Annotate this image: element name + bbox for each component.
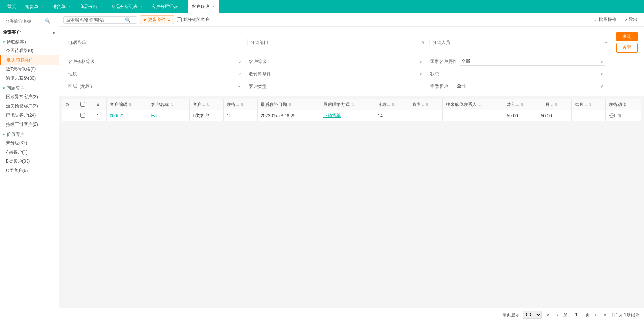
chevron-down-icon: ∨ <box>600 84 603 89</box>
filter-retail-select[interactable]: 全部 ∨ <box>455 82 605 90</box>
col-code[interactable]: 客户编码 ⇅ <box>106 99 148 110</box>
filter-action-btns: 查询 设置 <box>612 32 638 53</box>
filter-customer-type: 客户类型 <box>246 83 427 90</box>
chevron-down-icon: ∨ <box>600 59 603 64</box>
filter-status-select[interactable]: ∨ <box>455 70 605 77</box>
col-settings[interactable]: ⚙ <box>62 99 77 110</box>
col-last-month[interactable]: 上月... ⇅ <box>538 99 571 110</box>
col-contact[interactable]: 联络... ⇅ <box>224 99 258 110</box>
close-sales-order[interactable]: × <box>41 0 43 13</box>
row-action[interactable]: 💬 ⊞ <box>605 110 641 121</box>
contact-icon[interactable]: 💬 <box>609 113 615 118</box>
filter-customer-grade-select[interactable]: ∨ <box>274 58 424 65</box>
close-customer-contact[interactable]: × <box>213 0 215 13</box>
filter-phone: 电话号码 <box>65 39 248 46</box>
value-group-title[interactable]: 价值客户 <box>0 129 59 138</box>
search-input[interactable] <box>66 17 125 23</box>
last-page-btn[interactable]: » <box>602 311 609 318</box>
sidebar-item-overdue-contact[interactable]: 逾期未联络(30) <box>0 74 59 83</box>
filter-retail-prop-select[interactable]: 全部 ∨ <box>460 58 605 66</box>
filter-nature-select[interactable]: ∨ <box>93 70 243 77</box>
main-layout: 🔍 全部客户 « 待联络客户 今天待联络(0) 明天待联络(1) 近7天待联络(… <box>0 13 644 321</box>
all-customers-title[interactable]: 全部客户 « <box>0 28 59 37</box>
next-page-btn[interactable]: › <box>593 311 599 318</box>
table-header-row: ⚙ # 客户编码 ⇅ 客户名称 ⇅ 客户... ⇅ 联络... ⇅ 最后联络日期… <box>62 99 641 110</box>
row-checkbox[interactable] <box>77 110 94 121</box>
filter-payment-select[interactable]: ∨ <box>274 70 424 77</box>
row-name[interactable]: Ea <box>148 110 190 121</box>
my-customer-checkbox-label[interactable]: 我分管的客户 <box>177 17 210 23</box>
nav-purchase-order[interactable]: 进货单 × <box>48 0 75 13</box>
close-product-analysis[interactable]: × <box>100 0 102 13</box>
batch-ops-btn[interactable]: ☑ 批量操作 <box>591 16 619 24</box>
pending-group-title[interactable]: 待联络客户 <box>0 37 59 46</box>
more-action-icon[interactable]: ⊞ <box>617 113 621 118</box>
col-type[interactable]: 客户... ⇅ <box>190 99 224 110</box>
close-customer-stratification[interactable]: × <box>181 0 183 13</box>
filter-retail: 零散客户 全部 ∨ <box>427 82 608 90</box>
filter-dept-select[interactable]: ∨ <box>276 39 427 46</box>
sidebar-item-7days-contact[interactable]: 近7天待联络(0) <box>0 65 59 74</box>
sidebar-item-b-class[interactable]: B类客户(33) <box>0 157 59 166</box>
filter-price-grade-select[interactable]: ∨ <box>98 58 243 65</box>
filter-panel: 电话号码 分管部门 ∨ 分管人员 ··· <box>59 27 644 96</box>
sidebar-item-lost[interactable]: 已流失客户(24) <box>0 111 59 120</box>
per-page-select[interactable]: 50 100 <box>523 311 542 319</box>
nav-customer-stratification[interactable]: 客户分层经营 × <box>147 0 188 13</box>
problem-group-title[interactable]: 问题客户 <box>0 83 59 92</box>
prev-page-btn[interactable]: ‹ <box>554 311 560 318</box>
filter-person-select[interactable]: ··· <box>458 39 609 46</box>
col-overdue[interactable]: 逾期... ⇅ <box>409 99 442 110</box>
chevron-down-icon: ∨ <box>238 71 241 76</box>
close-product-analysis-list[interactable]: × <box>141 0 143 13</box>
nav-sales-order[interactable]: 销货单 × <box>21 0 48 13</box>
top-nav: 首页 销货单 × 进货单 × 商品分析 × 商品分析列表 × 客户分层经营 × … <box>0 0 644 13</box>
nav-product-analysis[interactable]: 商品分析 × <box>75 0 107 13</box>
col-last-method[interactable]: 最后联络方式 ⇅ <box>320 99 375 110</box>
close-purchase-order[interactable]: × <box>69 0 71 13</box>
sidebar-item-tomorrow-contact[interactable]: 明天待联络(1) <box>0 55 59 65</box>
col-last-date[interactable]: 最后联络日期 ⇅ <box>258 99 320 110</box>
reset-btn[interactable]: 设置 <box>616 43 638 53</box>
filter-more-btn[interactable]: ▼ 更多条件 ▲ <box>140 15 174 24</box>
toolbar: 🔍 ▼ 更多条件 ▲ 我分管的客户 ☑ 批量操作 ↗ 导出 <box>59 13 644 27</box>
select-all-checkbox[interactable] <box>80 102 85 107</box>
filter-phone-input[interactable] <box>93 39 244 46</box>
nav-customer-contact[interactable]: 客户联络 × <box>188 0 219 13</box>
page-number-input[interactable]: 1 <box>571 311 582 318</box>
col-checkbox[interactable] <box>77 99 94 110</box>
nav-home[interactable]: 首页 <box>3 0 21 13</box>
my-customer-checkbox[interactable] <box>177 17 182 22</box>
toolbar-search-icon[interactable]: 🔍 <box>125 17 130 23</box>
sidebar-search-input[interactable] <box>3 18 43 24</box>
filter-price-grade: 客户价格等级 ∨ <box>65 58 246 65</box>
search-box: 🔍 <box>63 16 137 24</box>
col-this-month[interactable]: 本月... ⇅ <box>571 99 605 110</box>
row-last-method[interactable]: 下销货单 <box>320 110 375 121</box>
sidebar-item-a-class[interactable]: A类客户(1) <box>0 148 59 157</box>
chevron-down-icon: ∨ <box>600 71 603 76</box>
col-unit-contact[interactable]: 往来单位联系人 ⇅ <box>442 99 504 110</box>
col-name[interactable]: 客户名称 ⇅ <box>148 99 190 110</box>
query-btn[interactable]: 查询 <box>616 32 638 41</box>
col-uncontact[interactable]: 未联... ⇅ <box>375 99 409 110</box>
sidebar-search-icon[interactable]: 🔍 <box>45 18 50 24</box>
sidebar-item-c-class[interactable]: C类客户(6) <box>0 166 59 175</box>
more-icon[interactable]: ··· <box>603 40 607 45</box>
filter-region: 区域（地区） ··· <box>65 83 246 90</box>
sidebar-item-repurchase-abnormal[interactable]: 回购异常客户(2) <box>0 92 59 101</box>
sidebar-item-today-contact[interactable]: 今天待联络(0) <box>0 46 59 55</box>
filter-region-select[interactable]: ··· <box>98 83 243 90</box>
chevron-down-icon: ∨ <box>419 71 423 76</box>
filter-status: 状态 ∨ <box>427 70 608 77</box>
export-btn[interactable]: ↗ 导出 <box>622 16 640 24</box>
first-page-btn[interactable]: « <box>545 311 552 318</box>
more-icon[interactable]: ··· <box>238 84 241 89</box>
sidebar-item-loss-warning[interactable]: 流失预警客户(3) <box>0 101 59 111</box>
nav-product-analysis-list[interactable]: 商品分析列表 × <box>107 0 147 13</box>
row-code[interactable]: 000021 <box>106 110 148 121</box>
sidebar-item-ungrouped[interactable]: 未分组(32) <box>0 138 59 148</box>
col-this-year[interactable]: 本年... ⇅ <box>504 99 538 110</box>
sidebar-item-declining[interactable]: 持续下滑客户(2) <box>0 120 59 129</box>
filter-customer-type-select[interactable] <box>274 86 424 87</box>
